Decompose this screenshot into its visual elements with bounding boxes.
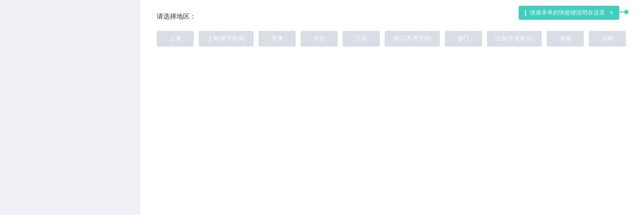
sidebar: [0, 0, 140, 215]
tooltip-text: 快速录单的快捷键说明在这里: [530, 9, 605, 16]
region-buttons-container: 上海上海(电子税局)天津河北江苏浙江(不含宁波)厦门山东(不含青岛)海南云南: [157, 31, 628, 47]
region-button-shandong[interactable]: 山东(不含青岛): [487, 31, 542, 47]
region-button-hebei[interactable]: 河北: [301, 31, 338, 47]
region-button-xiamen[interactable]: 厦门: [445, 31, 482, 47]
region-button-shanghai-etax[interactable]: 上海(电子税局): [199, 31, 254, 47]
region-button-yunnan[interactable]: 云南: [589, 31, 626, 47]
region-button-jiangsu[interactable]: 江苏: [343, 31, 380, 47]
region-button-hainan[interactable]: 海南: [547, 31, 584, 47]
tooltip-banner: 快速录单的快捷键说明在这里 ×: [519, 6, 619, 20]
tooltip-connector-dot: [624, 10, 628, 14]
region-button-tianjin[interactable]: 天津: [259, 31, 296, 47]
region-button-zhejiang[interactable]: 浙江(不含宁波): [385, 31, 440, 47]
tooltip-close-button[interactable]: ×: [610, 9, 613, 16]
page-layout: 快速录单的快捷键说明在这里 × 请选择地区： 上海上海(电子税局)天津河北江苏浙…: [0, 0, 644, 215]
main-content: 快速录单的快捷键说明在这里 × 请选择地区： 上海上海(电子税局)天津河北江苏浙…: [140, 0, 644, 215]
region-button-shanghai[interactable]: 上海: [157, 31, 194, 47]
